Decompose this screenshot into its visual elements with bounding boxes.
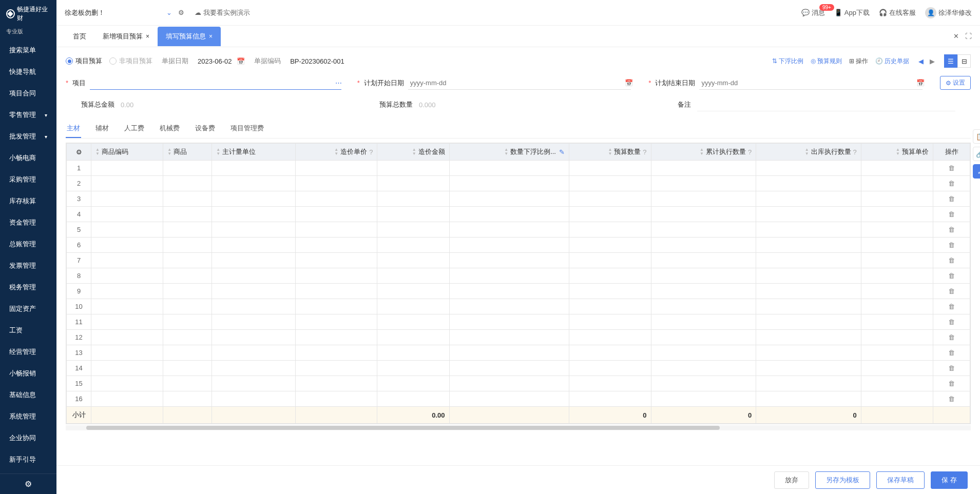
table-row[interactable]: 16🗑: [67, 391, 970, 407]
nav-item[interactable]: 批发管理▾: [0, 126, 56, 147]
plan-end-input[interactable]: [699, 76, 923, 90]
row-delete[interactable]: 🗑: [933, 314, 970, 330]
help-icon[interactable]: ?: [853, 148, 857, 156]
sort-icon[interactable]: ▲▼: [805, 148, 809, 156]
row-delete[interactable]: 🗑: [933, 361, 970, 376]
sub-tab[interactable]: 设备费: [194, 120, 216, 138]
help-icon[interactable]: ?: [643, 148, 646, 156]
calendar-icon[interactable]: 📅: [916, 79, 925, 87]
col-exec-qty[interactable]: ▲▼累计执行数量?: [651, 144, 756, 161]
user-menu[interactable]: 👤 徐泽华修改: [925, 7, 972, 18]
sort-icon[interactable]: ▲▼: [504, 148, 508, 156]
project-lookup-icon[interactable]: ⋯: [335, 79, 342, 87]
col-main-unit[interactable]: ▲▼主计量单位: [212, 144, 296, 161]
nav-item[interactable]: 固定资产: [0, 298, 56, 320]
online-service-link[interactable]: 🎧 在线客服: [879, 8, 916, 17]
nav-item[interactable]: 搜索菜单: [0, 39, 56, 61]
row-delete[interactable]: 🗑: [933, 391, 970, 407]
nav-item[interactable]: 资金管理: [0, 212, 56, 233]
table-row[interactable]: 8🗑: [67, 268, 970, 284]
nav-item[interactable]: 经营管理: [0, 341, 56, 363]
save-draft-button[interactable]: 保存草稿: [876, 471, 925, 489]
row-delete[interactable]: 🗑: [933, 176, 970, 191]
sort-icon[interactable]: ▲▼: [896, 148, 900, 156]
save-button[interactable]: 保 存: [931, 471, 968, 489]
row-delete[interactable]: 🗑: [933, 222, 970, 238]
col-outbound-qty[interactable]: ▲▼出库执行数量?: [756, 144, 861, 161]
tab-close-icon[interactable]: ×: [146, 33, 149, 40]
nav-item[interactable]: 系统管理: [0, 406, 56, 427]
sub-tab[interactable]: 人工费: [123, 120, 145, 138]
row-delete[interactable]: 🗑: [933, 253, 970, 268]
page-tab[interactable]: 新增项目预算×: [94, 27, 158, 46]
next-record-icon[interactable]: ▶: [928, 57, 937, 65]
org-dropdown-icon[interactable]: ⌄: [166, 9, 172, 16]
operation-action[interactable]: ⊞ 操作: [849, 57, 868, 66]
table-row[interactable]: 15🗑: [67, 376, 970, 391]
project-input[interactable]: [90, 76, 341, 90]
row-delete[interactable]: 🗑: [933, 345, 970, 361]
calendar-icon[interactable]: 📅: [237, 57, 245, 65]
col-product-code[interactable]: ▲▼商品编码: [91, 144, 163, 161]
nav-item[interactable]: 工资: [0, 320, 56, 341]
table-row[interactable]: 10🗑: [67, 299, 970, 314]
row-delete[interactable]: 🗑: [933, 191, 970, 207]
row-delete[interactable]: 🗑: [933, 330, 970, 345]
help-icon[interactable]: ?: [748, 148, 752, 156]
table-row[interactable]: 4🗑: [67, 207, 970, 222]
row-delete[interactable]: 🗑: [933, 376, 970, 391]
sub-tab[interactable]: 主材: [66, 120, 81, 138]
table-row[interactable]: 1🗑: [67, 161, 970, 176]
side-attach-button[interactable]: 🔗: [973, 147, 980, 161]
side-notes-button[interactable]: 📋: [973, 129, 980, 144]
sort-icon[interactable]: ▲▼: [412, 148, 416, 156]
table-row[interactable]: 3🗑: [67, 191, 970, 207]
table-row[interactable]: 13🗑: [67, 345, 970, 361]
col-budget-qty[interactable]: ▲▼预算数量?: [569, 144, 651, 161]
nav-item[interactable]: 小畅报销: [0, 363, 56, 384]
table-row[interactable]: 12🗑: [67, 330, 970, 345]
edit-icon[interactable]: ✎: [559, 148, 565, 156]
nav-item[interactable]: 企业协同: [0, 427, 56, 449]
horizontal-scrollbar[interactable]: [66, 425, 971, 430]
nav-item[interactable]: 快捷导航: [0, 61, 56, 83]
sort-icon[interactable]: ▲▼: [167, 148, 171, 156]
col-float-ratio[interactable]: ▲▼数量下浮比例...✎: [449, 144, 569, 161]
table-row[interactable]: 2🗑: [67, 176, 970, 191]
view-list-button[interactable]: ☰: [944, 54, 957, 68]
history-action[interactable]: 🕘 历史单据: [875, 57, 909, 66]
radio-non-project-budget[interactable]: 非项目预算: [109, 56, 152, 66]
nav-settings[interactable]: ⚙: [0, 473, 56, 494]
sort-icon[interactable]: ▲▼: [700, 148, 704, 156]
table-row[interactable]: 6🗑: [67, 238, 970, 253]
row-delete[interactable]: 🗑: [933, 238, 970, 253]
bill-date-value[interactable]: 2023-06-02: [198, 57, 232, 65]
float-ratio-action[interactable]: ⇅ 下浮比例: [772, 57, 803, 66]
scrollbar-thumb[interactable]: [86, 426, 720, 430]
table-row[interactable]: 9🗑: [67, 284, 970, 299]
page-tab[interactable]: 填写预算信息×: [158, 27, 221, 46]
nav-item[interactable]: 小畅电商: [0, 147, 56, 169]
page-tab[interactable]: 首页: [65, 27, 94, 46]
table-row[interactable]: 7🗑: [67, 253, 970, 268]
col-settings[interactable]: ⚙: [67, 144, 91, 161]
nav-item[interactable]: 总账管理: [0, 233, 56, 255]
col-amount[interactable]: ▲▼造价金额: [377, 144, 449, 161]
sub-tab[interactable]: 机械费: [159, 120, 181, 138]
col-budget-price[interactable]: ▲▼预算单价: [861, 144, 933, 161]
nav-item[interactable]: 新手引导: [0, 449, 56, 470]
org-settings-icon[interactable]: ⚙: [178, 9, 184, 16]
row-delete[interactable]: 🗑: [933, 161, 970, 176]
nav-item[interactable]: 零售管理▾: [0, 104, 56, 126]
discard-button[interactable]: 放弃: [774, 471, 809, 489]
calendar-icon[interactable]: 📅: [625, 79, 633, 87]
sort-icon[interactable]: ▲▼: [216, 148, 220, 156]
sort-icon[interactable]: ▲▼: [95, 148, 100, 156]
prev-record-icon[interactable]: ◀: [916, 57, 926, 65]
nav-item[interactable]: 基础信息: [0, 384, 56, 406]
row-delete[interactable]: 🗑: [933, 299, 970, 314]
remark-input[interactable]: [697, 98, 955, 111]
app-download-link[interactable]: 📱 App下载: [834, 8, 870, 17]
nav-item[interactable]: 库存核算: [0, 190, 56, 212]
row-delete[interactable]: 🗑: [933, 268, 970, 284]
